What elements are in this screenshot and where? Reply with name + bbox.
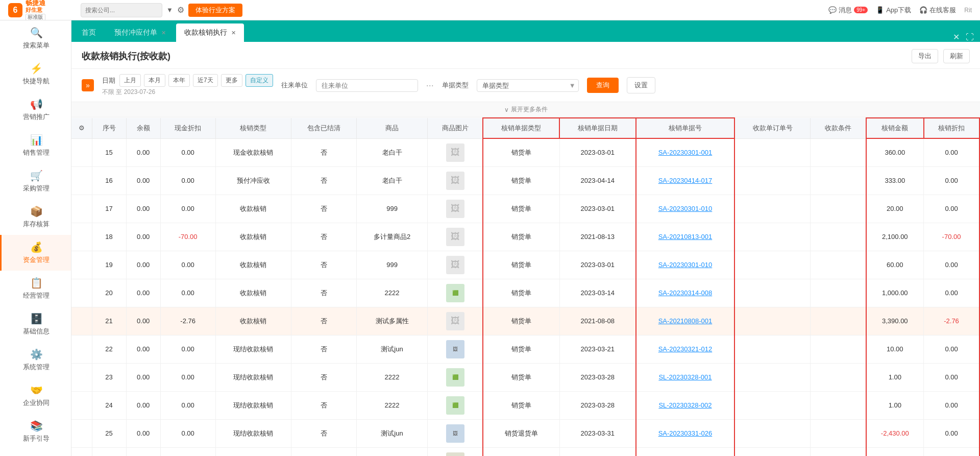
page-title: 收款核销执行(按收款) (82, 50, 170, 62)
export-btn[interactable]: 导出 (912, 49, 938, 63)
tab-0[interactable]: 首页 (74, 23, 104, 42)
expand-more-btn[interactable]: ∨ 展开更多条件 (504, 105, 548, 114)
sidebar-item-3[interactable]: 📊销售管理 (0, 128, 71, 163)
voucher-no-link[interactable]: SA-20230301-010 (658, 205, 713, 212)
voucher-no-link[interactable]: SA-20230414-017 (658, 177, 713, 184)
counterpart-dots[interactable]: ··· (426, 80, 434, 91)
tab-close-1[interactable]: ✕ (161, 30, 166, 36)
th-receipt-cond: 收款条件 (811, 118, 866, 138)
td-voucher-date: 2023-03-21 (559, 335, 636, 363)
table-wrap: ⚙ 序号 余额 现金折扣 核销类型 包含已结清 商品 商品图片 核销单据类型 核… (71, 117, 980, 456)
this-month-btn[interactable]: 本月 (144, 74, 165, 87)
this-year-btn[interactable]: 本年 (168, 74, 190, 87)
company-search-input[interactable] (81, 3, 162, 17)
td-receipt-cond (811, 363, 866, 391)
td-voucher-date: 2023-03-31 (559, 419, 636, 447)
sidebar-item-10[interactable]: 🤝企业协同 (0, 378, 71, 414)
sidebar-item-2[interactable]: 📢营销推广 (0, 92, 71, 128)
td-write-off-amount: 60.00 (866, 251, 924, 279)
search-btn[interactable]: 查询 (587, 78, 619, 93)
td-write-off-discount: 0.00 (924, 391, 979, 419)
app-download-item[interactable]: 📱 App下载 (876, 6, 911, 15)
sidebar-item-6[interactable]: 💰资金管理 (0, 235, 71, 271)
td-receipt-cond (811, 307, 866, 335)
sidebar-item-11[interactable]: 📚新手引导 (0, 414, 71, 449)
refresh-btn[interactable]: 刷新 (943, 49, 970, 63)
td-voucher-no: SA-20210808-001 (636, 307, 734, 335)
tab-1[interactable]: 预付冲应付单✕ (106, 23, 174, 42)
tab-2[interactable]: 收款核销执行✕ (176, 23, 244, 42)
more-date-btn[interactable]: 更多 (221, 74, 242, 87)
close-window-icon[interactable]: ✕ (953, 32, 960, 42)
messages-item[interactable]: 💬 消息 99+ (828, 6, 868, 15)
voucher-no-link[interactable]: SL-20230328-001 (658, 373, 712, 381)
table-row: 19 0.00 0.00 收款核销 否 999 🖼 销货单 2023-03-01… (71, 251, 979, 279)
td-voucher-type: 销货单 (483, 335, 559, 363)
td-balance: 0.00 (126, 391, 160, 419)
page-content: 收款核销执行(按收款) 导出 刷新 » 日期 上月 本月 (71, 42, 980, 456)
message-badge: 99+ (854, 7, 868, 13)
content-area: 首页预付冲应付单✕收款核销执行✕ ✕ ⛶ 收款核销执行(按收款) 导出 刷新 » (71, 20, 980, 456)
td-cash-discount: 0.00 (160, 166, 215, 195)
custom-date-btn[interactable]: 自定义 (246, 74, 273, 87)
th-cash-discount: 现金折扣 (160, 118, 215, 138)
sidebar-label-5: 库存核算 (23, 220, 50, 229)
td-goods: 测试jun (356, 419, 427, 447)
td-include-settled: 否 (291, 251, 356, 279)
td-settings (71, 138, 92, 166)
td-include-settled: 否 (291, 195, 356, 223)
voucher-no-link[interactable]: SA-20230321-012 (658, 345, 713, 353)
sidebar-item-7[interactable]: 📋经营管理 (0, 271, 71, 306)
company-dropdown-icon[interactable]: ▼ (166, 6, 173, 14)
td-settings (71, 223, 92, 251)
sidebar-item-4[interactable]: 🛒采购管理 (0, 163, 71, 199)
td-include-settled: 否 (291, 363, 356, 391)
td-receipt-order (734, 391, 811, 419)
sidebar-item-8[interactable]: 🗄️基础信息 (0, 306, 71, 342)
filter-toggle-btn[interactable]: » (82, 79, 94, 91)
td-receipt-order (734, 335, 811, 363)
sidebar-item-12[interactable]: 🖥️智能硬件 (0, 449, 71, 456)
counterpart-input[interactable] (316, 79, 418, 92)
sidebar-item-1[interactable]: ⚡快捷导航 (0, 56, 71, 92)
th-settings[interactable]: ⚙ (71, 118, 92, 138)
settings-icon[interactable]: ⚙ (177, 5, 184, 15)
td-voucher-no: SL-20230328-001 (636, 363, 734, 391)
voucher-no-link[interactable]: SA-20210813-001 (658, 233, 713, 241)
voucher-type-select[interactable]: 单据类型 销货单 销货退货单 (477, 79, 579, 92)
voucher-no-link[interactable]: SA-20230314-008 (658, 289, 713, 297)
td-voucher-no: SL-20230328-002 (636, 391, 734, 419)
sidebar-item-0[interactable]: 🔍搜索菜单 (0, 20, 71, 56)
td-seq: 24 (92, 391, 126, 419)
app-download-icon: 📱 (876, 6, 884, 14)
sidebar-item-5[interactable]: 📦库存核算 (0, 199, 71, 235)
sidebar-icon-0: 🔍 (30, 27, 43, 39)
online-service-item[interactable]: 🎧 在线客服 (919, 6, 956, 15)
td-type: 现结收款核销 (215, 363, 291, 391)
sidebar-item-9[interactable]: ⚙️系统管理 (0, 342, 71, 378)
user-name[interactable]: Rit (964, 7, 972, 14)
voucher-no-link[interactable]: SL-20230328-002 (658, 401, 712, 409)
voucher-no-link[interactable]: SA-20210808-001 (658, 317, 713, 325)
voucher-no-link[interactable]: SA-20230331-026 (658, 429, 713, 437)
expand-more-label: 展开更多条件 (511, 105, 548, 114)
td-write-off-discount: 0.00 (924, 363, 979, 391)
last-month-btn[interactable]: 上月 (119, 74, 141, 87)
td-cash-discount: 0.00 (160, 195, 215, 223)
td-goods-img: 🖼 (428, 223, 483, 251)
td-balance: 0.00 (126, 363, 160, 391)
industry-btn[interactable]: 体验行业方案 (188, 4, 242, 17)
maximize-icon[interactable]: ⛶ (966, 33, 974, 42)
sidebar-label-0: 搜索菜单 (23, 41, 50, 50)
tab-bar: 首页预付冲应付单✕收款核销执行✕ ✕ ⛶ (71, 20, 980, 42)
td-seq: 17 (92, 195, 126, 223)
tab-close-2[interactable]: ✕ (231, 30, 236, 36)
goods-img: 🖼 (446, 340, 464, 358)
th-write-off-amount: 核销金额 (866, 118, 924, 138)
filter-settings-btn[interactable]: 设置 (627, 77, 655, 93)
voucher-no-link[interactable]: SA-20230301-010 (658, 261, 713, 269)
sidebar-icon-1: ⚡ (30, 62, 43, 75)
last-7days-btn[interactable]: 近7天 (193, 74, 218, 87)
td-goods-img: 🖼 (428, 251, 483, 279)
voucher-no-link[interactable]: SA-20230301-001 (658, 149, 713, 156)
